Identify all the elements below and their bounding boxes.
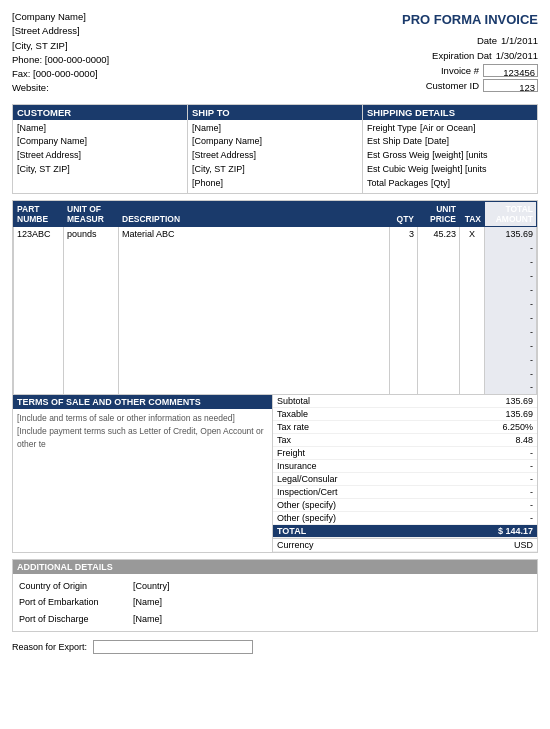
line-items-table: PART NUMBE UNIT OF MEASUR DESCRIPTION QT… [13, 201, 537, 395]
cell-part [14, 297, 64, 311]
cell-price [418, 367, 460, 381]
cell-qty: 3 [390, 227, 418, 241]
cell-unit [64, 381, 119, 395]
discharge-row: Port of Discharge [Name] [19, 611, 531, 627]
cell-unit [64, 339, 119, 353]
ship-to-header: SHIP TO [188, 105, 362, 120]
origin-label: Country of Origin [19, 578, 129, 594]
ship-date-label: Est Ship Date [367, 135, 422, 149]
table-row: - [14, 241, 537, 255]
expiry-label: Expiration Dat [432, 48, 492, 63]
expiry-value: 1/30/2011 [496, 48, 538, 63]
inspection-label: Inspection/Cert [277, 487, 338, 497]
cell-total: - [485, 381, 537, 395]
gross-label: Est Gross Weig [367, 149, 429, 163]
invoice-num-input[interactable]: 123456 [483, 64, 538, 77]
reason-input[interactable] [93, 640, 253, 654]
cell-price [418, 381, 460, 395]
insurance-row: Insurance - [273, 460, 537, 473]
cell-total: - [485, 283, 537, 297]
th-price: UNIT PRICE [418, 202, 460, 227]
other1-val: - [483, 500, 533, 510]
cell-tax [460, 339, 485, 353]
customer-city: [City, ST ZIP] [17, 163, 183, 177]
taxable-label: Taxable [277, 409, 308, 419]
cell-qty [390, 311, 418, 325]
cell-qty [390, 367, 418, 381]
customer-body: [Name] [Company Name] [Street Address] [… [13, 120, 187, 180]
cubic-val: [weight] [units [431, 163, 486, 177]
cell-desc [119, 255, 390, 269]
cell-part [14, 255, 64, 269]
currency-val: USD [483, 540, 533, 550]
other1-label: Other (specify) [277, 500, 336, 510]
cell-part: 123ABC [14, 227, 64, 241]
total-label: TOTAL [277, 526, 306, 536]
customer-name: [Name] [17, 122, 183, 136]
table-row: - [14, 269, 537, 283]
line-items-wrapper: PART NUMBE UNIT OF MEASUR DESCRIPTION QT… [12, 200, 538, 395]
customer-company: [Company Name] [17, 135, 183, 149]
discharge-label: Port of Discharge [19, 611, 129, 627]
cell-unit [64, 255, 119, 269]
cell-tax [460, 241, 485, 255]
packages-val: [Qty] [431, 177, 450, 191]
legal-val: - [483, 474, 533, 484]
bottom-section: TERMS OF SALE AND OTHER COMMENTS [Includ… [12, 395, 538, 553]
packages-row: Total Packages [Qty] [367, 177, 533, 191]
th-unit: UNIT OF MEASUR [64, 202, 119, 227]
cell-price [418, 283, 460, 297]
terms-col: TERMS OF SALE AND OTHER COMMENTS [Includ… [13, 395, 273, 552]
customer-id-input[interactable]: 123 [483, 79, 538, 92]
freight-total-label: Freight [277, 448, 305, 458]
cell-qty [390, 269, 418, 283]
customer-id-row: Customer ID 123 [402, 78, 538, 93]
cubic-row: Est Cubic Weig [weight] [units [367, 163, 533, 177]
cell-part [14, 381, 64, 395]
invoice-header: [Company Name] [Street Address] [City, S… [12, 10, 538, 96]
cell-qty [390, 297, 418, 311]
city-zip: [City, ST ZIP] [12, 39, 109, 53]
cell-price [418, 297, 460, 311]
subtotal-val: 135.69 [483, 396, 533, 406]
terms-body: [Include and terms of sale or other info… [13, 409, 272, 453]
street-address: [Street Address] [12, 24, 109, 38]
ship-name: [Name] [192, 122, 358, 136]
cell-total: - [485, 255, 537, 269]
cell-price: 45.23 [418, 227, 460, 241]
table-row: - [14, 381, 537, 395]
table-row: - [14, 353, 537, 367]
cell-desc [119, 381, 390, 395]
subtotal-label: Subtotal [277, 396, 310, 406]
table-row: - [14, 339, 537, 353]
other1-row: Other (specify) - [273, 499, 537, 512]
cell-part [14, 311, 64, 325]
total-val: $ 144.17 [483, 526, 533, 536]
freight-label: Freight Type [367, 122, 417, 136]
taxrate-label: Tax rate [277, 422, 309, 432]
embarkation-val: [Name] [133, 594, 162, 610]
table-row: 123ABC pounds Material ABC 3 45.23 X 135… [14, 227, 537, 241]
cell-qty [390, 353, 418, 367]
other2-label: Other (specify) [277, 513, 336, 523]
cell-desc: Material ABC [119, 227, 390, 241]
tax-row: Tax 8.48 [273, 434, 537, 447]
table-header-row: PART NUMBE UNIT OF MEASUR DESCRIPTION QT… [14, 202, 537, 227]
inspection-val: - [483, 487, 533, 497]
cell-unit [64, 297, 119, 311]
date-row: Date 1/1/2011 [402, 33, 538, 48]
insurance-label: Insurance [277, 461, 317, 471]
invoice-num-label: Invoice # [441, 63, 479, 78]
cell-part [14, 353, 64, 367]
th-qty: QTY [390, 202, 418, 227]
cell-part [14, 367, 64, 381]
origin-row: Country of Origin [Country] [19, 578, 531, 594]
cell-qty [390, 325, 418, 339]
cell-price [418, 339, 460, 353]
cell-qty [390, 241, 418, 255]
cell-tax [460, 283, 485, 297]
table-row: - [14, 325, 537, 339]
cell-desc [119, 311, 390, 325]
cell-tax [460, 367, 485, 381]
freight-val: [Air or Ocean] [420, 122, 476, 136]
